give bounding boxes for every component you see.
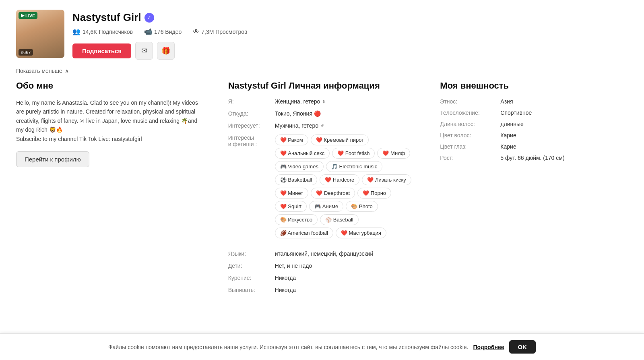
app-label: Цвет волос:: [440, 132, 496, 139]
profile-name: Nastystuf Girl: [72, 11, 141, 24]
interest-tag: ❤️ Hardcore: [320, 174, 359, 185]
app-value: Азия: [500, 98, 513, 105]
interest-tag: ❤️ Foot fetish: [332, 148, 375, 159]
videos-stat: 📹 176 Видео: [144, 28, 182, 35]
app-value: Карие: [500, 143, 516, 150]
profile-info: Nastystuf Girl ✓ 👥 14,6K Подписчиков 📹 1…: [72, 10, 628, 60]
gift-button[interactable]: 🎁: [157, 42, 175, 60]
interest-tag: 🎮 Video games: [275, 161, 324, 172]
interest-tag: ⚾ Baseball: [320, 214, 358, 225]
profile-stats: 👥 14,6K Подписчиков 📹 176 Видео 👁 7,3М П…: [72, 28, 628, 35]
subscribers-stat: 👥 14,6K Подписчиков: [72, 28, 133, 35]
bottom-col-2: Языки: итальянский, немецкий, французски…: [220, 250, 424, 299]
drinking-label: Выпивать:: [228, 287, 268, 293]
info-label-from: Откуда:: [228, 110, 268, 117]
profile-header: ▶LIVE #667 Nastystuf Girl ✓ 👥 14,6K Подп…: [0, 0, 644, 66]
profile-actions: Подписаться ✉ 🎁: [72, 42, 628, 60]
drinking-value: Никогда: [275, 287, 296, 293]
interest-tag: 🏈 American football: [275, 228, 333, 238]
info-value-interested: Мужчина, гетеро ♂️: [275, 122, 324, 129]
bottom-info: Языки: итальянский, немецкий, французски…: [0, 244, 644, 331]
appearance-row: Этнос:Азия: [440, 98, 628, 105]
about-section: Обо мне Hello, my name is Anastasia. Gla…: [16, 81, 220, 244]
smoking-value: Никогда: [275, 275, 296, 281]
app-value: Карие: [500, 132, 516, 139]
interest-tag: ❤️ Порно: [357, 188, 391, 199]
rank-badge: #667: [19, 49, 33, 56]
interest-tag: 🎨 Искусство: [275, 214, 318, 225]
interest-tag: ❤️ Deepthroat: [311, 188, 355, 199]
app-label: Телосложение:: [440, 110, 496, 116]
interest-tag: 🎵 Electronic music: [326, 161, 382, 172]
appearance-row: Телосложение:Спортивное: [440, 110, 628, 116]
bottom-col-3: [424, 250, 628, 299]
live-badge: ▶LIVE: [19, 12, 37, 19]
chevron-up-icon: ∧: [65, 68, 69, 74]
app-value: 5 фут. 66 дюйм. (170 см): [500, 155, 564, 161]
interest-tag: ❤️ Анальный секс: [275, 148, 330, 159]
appearance-row: Цвет глаз:Карие: [440, 143, 628, 150]
interest-tag: 🎮 Аниме: [309, 201, 343, 212]
about-text: Hello, my name is Anastasia. Glad to see…: [16, 98, 204, 143]
avatar-wrapper: ▶LIVE #667: [16, 10, 64, 58]
tags-container: ❤️ Раком❤️ Кремовый пирог❤️ Анальный сек…: [275, 134, 416, 238]
appearance-title: Моя внешность: [440, 81, 628, 91]
interest-tag: ❤️ Лизать киску: [362, 174, 411, 185]
appearance-fields: Этнос:АзияТелосложение:СпортивноеДлина в…: [440, 98, 628, 161]
about-title: Обо мне: [16, 81, 204, 91]
interest-tag: ❤️ Милф: [377, 148, 410, 159]
interest-tag: ❤️ Минет: [275, 188, 309, 199]
info-row-from: Откуда: Токио, Япония 🔴: [228, 110, 416, 117]
app-label: Длина волос:: [440, 121, 496, 127]
children-label: Дети:: [228, 263, 268, 269]
languages-row: Языки: итальянский, немецкий, французски…: [228, 250, 416, 257]
videos-icon: 📹: [144, 28, 152, 35]
info-value-ya: Женщина, гетеро ♀️: [275, 98, 326, 105]
app-label: Рост:: [440, 155, 496, 161]
languages-value: итальянский, немецкий, французский: [275, 250, 374, 257]
interest-tag: ❤️ Squirt: [275, 201, 307, 212]
verified-icon: ✓: [144, 13, 154, 23]
smoking-row: Курение: Никогда: [228, 275, 416, 281]
appearance-row: Длина волос:длинные: [440, 121, 628, 127]
interest-tag: ❤️ Мастурбация: [336, 228, 386, 238]
info-row-ya: Я: Женщина, гетеро ♀️: [228, 98, 416, 105]
info-label-ya: Я:: [228, 98, 268, 105]
info-value-from: Токио, Япония 🔴: [275, 110, 321, 117]
interest-tag: ❤️ Раком: [275, 134, 308, 145]
interest-tag: ⚽ Basketball: [275, 174, 318, 185]
show-less-row[interactable]: Показать меньше ∧: [0, 66, 644, 81]
app-value: длинные: [500, 121, 523, 127]
personal-info-section: Nastystuf Girl Личная информация Я: Женщ…: [220, 81, 424, 244]
bottom-col-1: [16, 250, 220, 299]
app-label: Цвет глаз:: [440, 143, 496, 150]
interests-label: Интересы и фетиши :: [228, 134, 268, 147]
appearance-row: Цвет волос:Карие: [440, 132, 628, 139]
message-button[interactable]: ✉: [135, 42, 153, 60]
children-row: Дети: Нет, и не надо: [228, 263, 416, 269]
info-row-interested: Интересует: Мужчина, гетеро ♂️: [228, 122, 416, 129]
interest-tag: 🎨 Photo: [346, 201, 378, 212]
appearance-row: Рост:5 фут. 66 дюйм. (170 см): [440, 155, 628, 161]
app-value: Спортивное: [500, 110, 532, 116]
appearance-section: Моя внешность Этнос:АзияТелосложение:Спо…: [424, 81, 628, 244]
languages-label: Языки:: [228, 250, 268, 257]
go-to-profile-button[interactable]: Перейти к профилю: [16, 151, 89, 167]
info-label-interested: Интересует:: [228, 122, 268, 129]
interest-tag: ❤️ Кремовый пирог: [311, 134, 369, 145]
views-icon: 👁: [193, 28, 199, 35]
profile-name-row: Nastystuf Girl ✓: [72, 11, 628, 24]
subscribers-icon: 👥: [72, 28, 80, 35]
info-row-interests: Интересы и фетиши : ❤️ Раком❤️ Кремовый …: [228, 134, 416, 238]
main-content: Обо мне Hello, my name is Anastasia. Gla…: [0, 81, 644, 244]
app-label: Этнос:: [440, 98, 496, 105]
subscribe-button[interactable]: Подписаться: [72, 43, 131, 58]
children-value: Нет, и не надо: [275, 263, 312, 269]
smoking-label: Курение:: [228, 275, 268, 281]
personal-info-title: Nastystuf Girl Личная информация: [228, 81, 416, 91]
views-stat: 👁 7,3М Просмотров: [193, 28, 247, 35]
drinking-row: Выпивать: Никогда: [228, 287, 416, 293]
